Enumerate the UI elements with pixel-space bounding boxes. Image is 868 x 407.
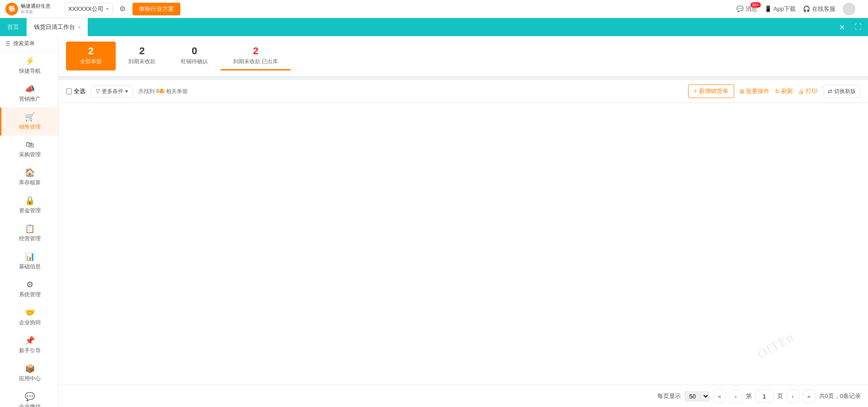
finance-icon: 🔒: [25, 196, 35, 206]
chevron-down-icon: ▾: [106, 6, 108, 11]
sidebar-item-coop-label: 企业协同: [19, 319, 41, 327]
header-right: 💬 消息 99+ 📱 App下载 🎧 在线客服: [736, 3, 863, 15]
batch-operation-button[interactable]: ⊞ 批量操作: [740, 87, 769, 95]
batch-icon: ⊞: [740, 88, 745, 95]
stat-overdue-label: 到期未收款: [128, 58, 156, 65]
sidebar-item-guide-label: 新手引导: [19, 347, 41, 355]
sidebar-item-system-label: 系统管理: [19, 291, 41, 299]
stat-tab-shipped[interactable]: 2 到期未收款 已出库: [221, 42, 291, 70]
logo-area: 畅 畅捷通好生意 标准版: [5, 3, 64, 15]
found-suffix: 相关单据: [166, 88, 188, 94]
logo-title: 畅捷通好生意: [21, 3, 51, 9]
refresh-icon: ↻: [775, 88, 780, 95]
switch-version-button[interactable]: ⇄ 切换新版: [823, 85, 861, 98]
sidebar-item-purchase[interactable]: 🛍 采购管理: [0, 136, 58, 163]
service-icon: 🎧: [803, 5, 810, 12]
tab-home-label: 首页: [7, 23, 19, 31]
download-icon: 📱: [764, 5, 772, 12]
filter-button[interactable]: ▽ 更多条件 ▾: [91, 85, 133, 98]
sidebar-item-base-label: 基础信息: [19, 263, 41, 271]
toolbar-right: + 新增销货单 ⊞ 批量操作 ↻ 刷新 🖨 打印 ⇄ 切换新版: [688, 84, 861, 98]
app-download-button[interactable]: 📱 App下载: [764, 5, 796, 13]
tab-close-window-icon[interactable]: ✕: [835, 21, 848, 33]
print-label: 打印: [806, 87, 817, 95]
first-page-button[interactable]: «: [713, 390, 726, 402]
inventory-icon: 🏠: [25, 168, 35, 178]
purchase-icon: 🛍: [26, 140, 34, 150]
refresh-label: 刷新: [781, 87, 793, 95]
online-service-label: 在线客服: [812, 5, 835, 13]
appcenter-icon: 📦: [25, 364, 35, 374]
sidebar-item-wechat[interactable]: 💬 企业微信: [0, 387, 58, 407]
sidebar-item-quicknav[interactable]: ⚡ 快捷导航: [0, 51, 58, 80]
online-service-button[interactable]: 🎧 在线客服: [803, 5, 835, 13]
table-area: [59, 103, 868, 385]
found-prefix: 共找到: [138, 88, 155, 94]
found-count: 0条: [156, 88, 165, 94]
tab-maximize-icon[interactable]: ⛶: [852, 21, 864, 33]
select-all-checkbox[interactable]: 全选: [66, 87, 85, 95]
sidebar-item-inventory-label: 库存核算: [19, 179, 41, 187]
stat-tab-overdue[interactable]: 2 到期未收款: [116, 42, 168, 70]
switch-icon: ⇄: [828, 88, 832, 94]
message-icon: 💬: [736, 5, 744, 12]
sidebar-item-finance[interactable]: 🔒 资金管理: [0, 191, 58, 219]
stat-all-number: 2: [88, 45, 94, 57]
logo-badge: 标准版: [21, 9, 51, 15]
add-sales-order-button[interactable]: + 新增销货单: [688, 84, 734, 98]
pagination-bar: 每页显示 50 20 100 « ‹ 第 页 › » 共0页，0条记录: [59, 385, 868, 407]
stat-wangpu-number: 0: [192, 45, 197, 57]
gear-icon: ⚙: [119, 5, 126, 13]
tab-qianhuoriqing[interactable]: 钱货日清工作台 ×: [27, 18, 88, 36]
filter-label: 更多条件: [102, 88, 123, 95]
sidebar-item-sales[interactable]: 🛒 销售管理: [0, 108, 58, 136]
select-all-input[interactable]: [66, 89, 72, 94]
print-icon: 🖨: [798, 88, 804, 95]
main-layout: ☰ 搜索菜单 ⚡ 快捷导航 📣 营销推广 🛒 销售管理 🛍 采购管理 🏠 库存核…: [0, 36, 868, 407]
sidebar-item-operation[interactable]: 📋 经营管理: [0, 219, 58, 247]
settings-button[interactable]: ⚙: [116, 3, 129, 15]
search-menu-label: 搜索菜单: [13, 40, 35, 47]
stat-shipped-label: 到期未收款 已出库: [233, 58, 278, 65]
company-selector[interactable]: XXXXXX公司 ▾: [64, 3, 113, 15]
tab-active-label: 钱货日清工作台: [34, 23, 75, 31]
stat-overdue-number: 2: [139, 45, 145, 57]
stat-tab-all[interactable]: 2 全部单据: [66, 42, 116, 70]
filter-icon: ▽: [96, 88, 100, 94]
menu-search-icon: ☰: [5, 41, 10, 47]
coop-icon: 🤝: [25, 308, 35, 318]
prev-page-button[interactable]: ‹: [730, 390, 742, 402]
sidebar-item-marketing-label: 营销推广: [19, 95, 41, 103]
sidebar-item-guide[interactable]: 📌 新手引导: [0, 331, 58, 359]
quicknav-icon: ⚡: [25, 56, 35, 66]
print-button[interactable]: 🖨 打印: [798, 87, 817, 95]
marketing-icon: 📣: [25, 84, 35, 94]
sidebar-item-appcenter[interactable]: 📦 应用中心: [0, 359, 58, 387]
sidebar-item-base[interactable]: 📊 基础信息: [0, 247, 58, 275]
page-number-input[interactable]: [755, 390, 774, 402]
tab-close-icon[interactable]: ×: [78, 24, 80, 30]
trial-button[interactable]: 体验行业方案: [132, 3, 180, 15]
next-page-button[interactable]: ›: [787, 390, 799, 402]
last-page-button[interactable]: »: [803, 390, 816, 402]
sidebar-item-operation-label: 经营管理: [19, 235, 41, 243]
refresh-button[interactable]: ↻ 刷新: [775, 87, 793, 95]
total-records-label: 共0页，0条记录: [819, 392, 861, 400]
tab-bar: 首页 钱货日清工作台 × ✕ ⛶: [0, 18, 868, 36]
sidebar-item-sales-label: 销售管理: [19, 123, 41, 131]
messages-button[interactable]: 💬 消息 99+: [736, 5, 757, 13]
per-page-select[interactable]: 50 20 100: [684, 391, 710, 402]
sidebar-item-coop[interactable]: 🤝 企业协同: [0, 303, 58, 331]
sidebar-item-inventory[interactable]: 🏠 库存核算: [0, 163, 58, 191]
search-menu-item[interactable]: ☰ 搜索菜单: [0, 36, 58, 51]
tab-home[interactable]: 首页: [0, 18, 27, 36]
logo-icon: 畅: [5, 3, 18, 15]
company-name: XXXXXX公司: [68, 5, 104, 13]
stat-shipped-number: 2: [253, 45, 259, 57]
wechat-icon: 💬: [25, 392, 35, 402]
sidebar-item-marketing[interactable]: 📣 营销推广: [0, 80, 58, 108]
guide-icon: 📌: [25, 336, 35, 346]
stat-tab-wangpu[interactable]: 0 旺铺待确认: [168, 42, 221, 70]
sidebar-item-system[interactable]: ⚙ 系统管理: [0, 275, 58, 303]
avatar[interactable]: [843, 3, 855, 15]
